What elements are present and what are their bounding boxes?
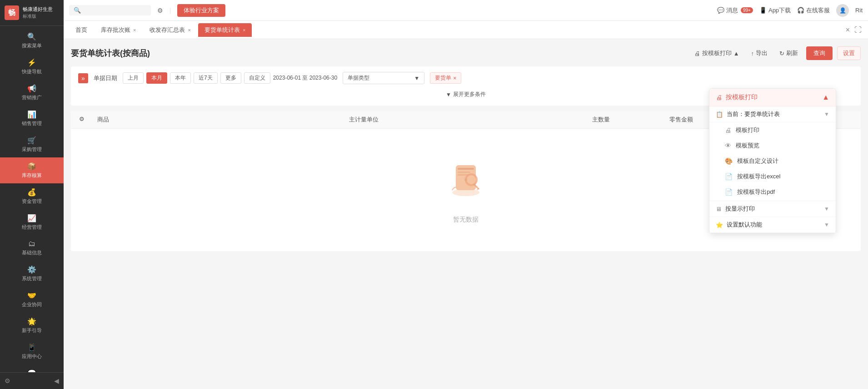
sidebar-item-operations[interactable]: 📈 经营管理 [0, 209, 64, 235]
empty-illustration [443, 156, 489, 210]
dropdown-display-label: 🖥 按显示打印 [716, 205, 755, 213]
empty-svg [443, 156, 489, 202]
dropdown-item-export-pdf[interactable]: 📄 按模板导出pdf [709, 184, 836, 201]
sidebar-item-finance[interactable]: 💰 资金管理 [0, 183, 64, 209]
tab-home-label: 首页 [75, 26, 87, 34]
query-btn[interactable]: 查询 [806, 46, 833, 60]
filter-7-days[interactable]: 近7天 [194, 72, 218, 84]
user-avatar[interactable]: 👤 [836, 4, 849, 17]
filter-this-month[interactable]: 本月 [146, 72, 167, 84]
sidebar-item-marketing[interactable]: 📢 营销推广 [0, 80, 64, 106]
sidebar-item-label: 经营管理 [22, 224, 42, 231]
tab-batch-account-label: 库存批次账 [101, 26, 130, 34]
sidebar-item-shortcut[interactable]: ⚡ 快捷导航 [0, 54, 64, 80]
expand-more-btn[interactable]: ▼ 展开更多条件 [440, 89, 491, 100]
avatar-icon: 👤 [839, 7, 846, 14]
shortcut-icon: ⚡ [27, 58, 36, 67]
filter-dates: 上月 本月 本年 近7天 更多 自定义 2023-06-01 至 2023-06… [123, 72, 337, 84]
messages-label: 消息 [726, 6, 738, 15]
tab-batch-account[interactable]: 库存批次账 × [95, 23, 142, 37]
topbar-search-box: 🔍 [69, 5, 151, 15]
print-template-btn[interactable]: 🖨 按模板打印 ▲ [691, 47, 743, 59]
dropdown-item-template-print[interactable]: 🖨 模板打印 [709, 122, 836, 138]
sidebar-item-apps[interactable]: 📱 应用中心 [0, 338, 64, 364]
set-default-label-text: 设置默认功能 [727, 221, 762, 229]
filter-this-year[interactable]: 本年 [170, 72, 191, 84]
sidebar-item-sales[interactable]: 📊 销售管理 [0, 106, 64, 131]
sidebar-item-guide[interactable]: 🌟 新手引导 [0, 313, 64, 338]
svg-point-8 [464, 178, 467, 181]
online-service-btn[interactable]: 🎧 在线客服 [797, 6, 830, 15]
tab-batch-account-close[interactable]: × [133, 27, 136, 33]
sidebar-item-system[interactable]: ⚙️ 系统管理 [0, 261, 64, 287]
dropdown-close-btn[interactable]: ▲ [822, 93, 829, 101]
inventory-icon: 📦 [27, 162, 36, 171]
tab-home[interactable]: 首页 [69, 23, 94, 37]
col-qty: 主数量 [536, 111, 666, 128]
dropdown-display-header[interactable]: 🖥 按显示打印 ▼ [709, 201, 836, 217]
settings-action-btn[interactable]: 设置 [837, 46, 861, 60]
default-arrow-icon: ▼ [824, 222, 829, 228]
chevron-down-icon: ▼ [414, 75, 419, 81]
sidebar-item-wechat[interactable]: 💬 企业微信 [0, 364, 64, 372]
filter-doc-type[interactable]: 单据类型 ▼ [343, 72, 424, 84]
page-title: 要货单统计表(按商品) [71, 48, 150, 59]
svg-rect-3 [458, 172, 470, 173]
messages-btn[interactable]: 💬 消息 99+ [717, 6, 753, 15]
template-print-label: 模板打印 [736, 126, 759, 134]
page-actions: 🖨 按模板打印 ▲ ↑ 导出 ↻ 刷新 查询 设置 [691, 46, 861, 60]
main-area: 🔍 ⚙ | 体验行业方案 💬 消息 99+ 📱 App下载 🎧 在线客服 👤 [64, 0, 868, 389]
dropdown-item-template-design[interactable]: 🎨 模板自定义设计 [709, 153, 836, 169]
purchase-icon: 🛒 [27, 136, 36, 145]
sidebar-item-label: 快捷导航 [22, 68, 42, 75]
basic-icon: 🗂 [28, 240, 35, 248]
sidebar-item-basic[interactable]: 🗂 基础信息 [0, 235, 64, 261]
page-header: 要货单统计表(按商品) 🖨 按模板打印 ▲ ↑ 导出 ↻ 刷新 查询 设置 [71, 46, 861, 60]
sidebar-item-cooperation[interactable]: 🤝 企业协同 [0, 287, 64, 313]
search-input[interactable] [83, 7, 138, 14]
export-btn[interactable]: ↑ 导出 [748, 47, 772, 59]
empty-text: 暂无数据 [453, 216, 479, 224]
template-print-icon: 🖨 [725, 126, 731, 134]
print-icon: 🖨 [694, 50, 700, 57]
col-settings: ⚙ [75, 111, 94, 128]
sidebar-item-search[interactable]: 🔍 搜索菜单 [0, 28, 64, 54]
logo-icon: 畅 [5, 5, 19, 20]
tab-order-summary[interactable]: 要货单统计表 × [198, 23, 252, 37]
filter-expand-icon[interactable]: » [78, 73, 88, 83]
app-download-btn[interactable]: 📱 App下载 [759, 6, 791, 15]
doc-type-label: 单据类型 [348, 74, 369, 82]
dropdown-item-template-preview[interactable]: 👁 模板预览 [709, 138, 836, 153]
dropdown-panel: 🖨 按模板打印 ▲ 📋 当前：要货单统计表 ▼ 🖨 模板打印 [709, 88, 836, 233]
filter-more[interactable]: 更多 [220, 72, 241, 84]
marketing-icon: 📢 [27, 84, 36, 93]
svg-rect-2 [458, 168, 474, 170]
refresh-btn[interactable]: ↻ 刷新 [776, 47, 802, 59]
tab-close-all-btn[interactable]: × [845, 25, 851, 35]
sidebar-settings-btn[interactable]: ⚙ [5, 377, 10, 384]
dropdown-default-label: ⭐ 设置默认功能 [716, 221, 762, 229]
settings-col-icon[interactable]: ⚙ [79, 116, 85, 122]
trial-btn[interactable]: 体验行业方案 [177, 4, 225, 17]
tab-collection-summary-close[interactable]: × [188, 27, 190, 33]
dropdown-header: 🖨 按模板打印 ▲ [709, 89, 836, 106]
guide-icon: 🌟 [27, 317, 36, 326]
messages-badge: 99+ [741, 7, 753, 13]
dropdown-default-header[interactable]: ⭐ 设置默认功能 ▼ [709, 217, 836, 232]
refresh-label: 刷新 [786, 49, 798, 57]
sidebar-collapse-btn[interactable]: ◀ [54, 377, 59, 384]
tab-order-summary-close[interactable]: × [243, 27, 245, 33]
settings-btn[interactable]: ⚙ [155, 5, 165, 16]
sidebar-item-inventory[interactable]: 📦 库存核算 [0, 157, 64, 183]
tab-expand-btn[interactable]: ⛶ [853, 25, 863, 35]
dropdown-item-export-excel[interactable]: 📄 按模板导出excel [709, 169, 836, 184]
filter-order-type-tag[interactable]: 要货单 × [430, 72, 461, 84]
sidebar-item-purchase[interactable]: 🛒 采购管理 [0, 131, 64, 157]
tab-collection-summary[interactable]: 收发存汇总表 × [143, 23, 197, 37]
dropdown-current-header[interactable]: 📋 当前：要货单统计表 ▼ [709, 106, 836, 122]
filter-last-month[interactable]: 上月 [123, 72, 144, 84]
dropdown-title: 🖨 按模板打印 [716, 93, 758, 101]
tag-close-icon[interactable]: × [453, 75, 456, 81]
filter-custom[interactable]: 自定义 [244, 72, 270, 84]
search-icon: 🔍 [74, 7, 81, 14]
